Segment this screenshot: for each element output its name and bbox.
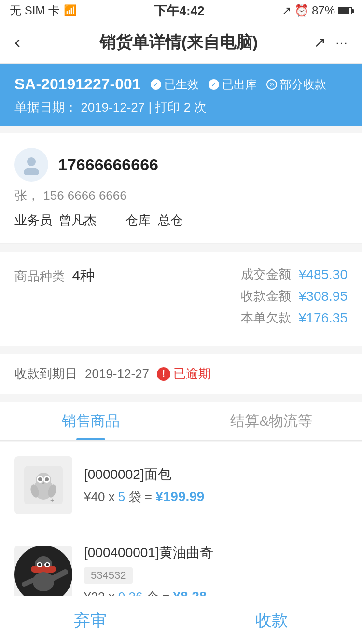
summary-section: 商品种类 4种 成交金额 ¥485.30 收款金额 ¥308.95 本单欠款 ¥… (0, 252, 362, 346)
tab-underline (76, 438, 105, 440)
order-id-row: SA-20191227-001 ✓ 已生效 ✓ 已出库 ⊙ 部分收款 (14, 75, 348, 93)
svg-point-19 (46, 563, 49, 566)
product-item: + [0000002]面包 ¥40 x 5 袋 = ¥199.99 (0, 442, 362, 529)
check-icon-1: ✓ (151, 79, 161, 90)
product-info-1: [0000002]面包 ¥40 x 5 袋 = ¥199.99 (84, 465, 348, 505)
product-image-1: + (14, 456, 72, 514)
battery-icon (338, 7, 352, 14)
tab-sales-products[interactable]: 销售商品 (0, 402, 181, 440)
avatar-icon (21, 154, 42, 175)
nav-actions: ↗ ··· (314, 34, 348, 51)
svg-point-8 (45, 477, 49, 481)
deal-amount-row: 成交金额 ¥485.30 (241, 266, 348, 283)
svg-rect-15 (31, 566, 56, 573)
location-icon: ↗ (282, 4, 292, 17)
status-right: ↗ ⏰ 87% (282, 4, 352, 17)
wifi-icon: 📶 (64, 4, 77, 17)
ninja-image: diamond whale (14, 546, 72, 603)
tab-settlement[interactable]: 结算&物流等 (181, 402, 362, 440)
due-date-value: 2019-12-27 (85, 366, 149, 381)
warehouse-meta: 仓库 总仓 (125, 212, 182, 229)
product-price-1: ¥40 x 5 袋 = ¥199.99 (84, 489, 348, 505)
overdue-badge: ! 已逾期 (157, 365, 211, 382)
receipt-amount-row: 收款金额 ¥308.95 (241, 288, 348, 305)
due-date-label: 收款到期日 (14, 365, 77, 382)
svg-point-1 (24, 168, 39, 175)
back-button[interactable]: ‹ (14, 32, 43, 53)
status-bar: 无 SIM 卡 📶 下午4:42 ↗ ⏰ 87% (0, 0, 362, 21)
tabs-container: 销售商品 结算&物流等 (0, 402, 362, 441)
product-total-1: ¥199.99 (155, 489, 204, 504)
share-icon[interactable]: ↗ (314, 34, 326, 51)
svg-point-18 (38, 563, 41, 566)
header-date-row: 单据日期： 2019-12-27 | 打印 2 次 (14, 99, 348, 116)
customer-name-phone: 张， 156 6666 6666 (14, 187, 348, 204)
svg-text:+: + (50, 496, 54, 504)
page-title: 销货单详情(来自电脑) (99, 31, 258, 54)
svg-point-7 (38, 477, 42, 481)
alarm-icon: ⏰ (294, 4, 309, 17)
product-list: + [0000002]面包 ¥40 x 5 袋 = ¥199.99 (0, 442, 362, 620)
avatar (14, 148, 48, 182)
product-image-2: diamond whale (14, 546, 72, 603)
customer-section: 17666666666 张， 156 6666 6666 业务员 曾凡杰 仓库 … (0, 133, 362, 244)
product-sku-2: 534532 (84, 567, 133, 584)
bottom-bar: 弃审 收款 (0, 596, 362, 644)
nav-bar: ‹ 销货单详情(来自电脑) ↗ ··· (0, 21, 362, 64)
amounts-info: 成交金额 ¥485.30 收款金额 ¥308.95 本单欠款 ¥176.35 (241, 266, 348, 331)
product-name-1: [0000002]面包 (84, 465, 348, 484)
check-icon-2: ✓ (209, 79, 219, 90)
carrier-text: 无 SIM 卡 (10, 3, 60, 18)
product-qty-1: 5 (118, 490, 125, 504)
category-info: 商品种类 4种 (14, 266, 95, 286)
receipt-button[interactable]: 收款 (181, 596, 362, 644)
status-carrier: 无 SIM 卡 📶 (10, 3, 77, 18)
more-icon[interactable]: ··· (335, 34, 348, 51)
status-time: 下午4:42 (154, 2, 204, 19)
due-date-section: 收款到期日 2019-12-27 ! 已逾期 (0, 354, 362, 394)
header-card: SA-20191227-001 ✓ 已生效 ✓ 已出库 ⊙ 部分收款 单据日期：… (0, 64, 362, 126)
sales-meta: 业务员 曾凡杰 (14, 212, 97, 229)
badge-active: ✓ 已生效 (151, 77, 199, 92)
customer-phone: 17666666666 (58, 155, 158, 174)
customer-row: 17666666666 (14, 148, 348, 182)
battery-text: 87% (312, 4, 335, 17)
owl-image: + (24, 466, 63, 504)
overdue-text: 已逾期 (173, 365, 211, 382)
debt-amount-row: 本单欠款 ¥176.35 (241, 309, 348, 326)
order-id: SA-20191227-001 (14, 75, 141, 93)
overdue-icon: ! (157, 367, 170, 381)
badge-shipped: ✓ 已出库 (209, 77, 257, 92)
svg-point-0 (27, 157, 36, 166)
cancel-review-button[interactable]: 弃审 (0, 596, 181, 644)
customer-meta: 业务员 曾凡杰 仓库 总仓 (14, 212, 348, 229)
badge-partial: ⊙ 部分收款 (266, 77, 326, 92)
product-name-2: [000400001]黄油曲奇 (84, 544, 348, 562)
clock-icon: ⊙ (266, 79, 277, 90)
